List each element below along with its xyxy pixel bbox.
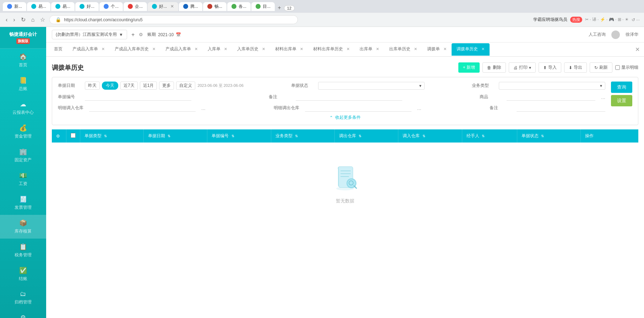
page-tab-11-close[interactable]: ✕ <box>481 47 485 51</box>
new-tab-button[interactable]: + <box>275 5 283 11</box>
browser-tab-7[interactable]: 腾... <box>179 2 202 11</box>
sidebar-item-invoice[interactable]: 🧾 发票管理 <box>0 191 46 215</box>
biz-type-filter-select[interactable]: ▾ <box>499 82 605 90</box>
detail-out-dots[interactable]: ... <box>417 105 421 111</box>
th-doc-number-sort[interactable]: ⇅ <box>231 134 234 138</box>
page-tab-7[interactable]: 材料出库单历史 ✕ <box>308 43 355 56</box>
query-button[interactable]: 查询 <box>611 82 632 93</box>
th-handler-sort[interactable]: ⇅ <box>482 134 485 138</box>
browser-tab-3[interactable]: 好... <box>75 2 99 11</box>
page-tab-8-close[interactable]: ✕ <box>376 47 379 51</box>
th-in-warehouse-sort[interactable]: ⇅ <box>422 134 425 138</box>
remark-input[interactable] <box>296 93 402 101</box>
status-filter-select[interactable]: ▾ <box>318 82 425 90</box>
new-button[interactable]: + 新增 <box>458 62 480 73</box>
browser-tab-9[interactable]: 各... <box>227 2 251 11</box>
browser-tab-0[interactable]: 新... <box>3 2 26 11</box>
bookmark-button[interactable]: ☆ <box>39 15 47 24</box>
sidebar-item-home[interactable]: 🏠 首页 <box>0 49 46 72</box>
company-selector[interactable]: (勿删勿禁用）江西服宝测试专用 ▼ <box>52 30 127 39</box>
select-all-checkbox[interactable] <box>71 133 76 138</box>
page-tab-3-close[interactable]: ✕ <box>195 47 198 51</box>
detail-in-input[interactable] <box>89 104 196 112</box>
date-today-btn[interactable]: 今天 <box>102 82 118 90</box>
page-tab-5[interactable]: 入库单历史 ✕ <box>232 43 270 56</box>
export-button[interactable]: ⬇ 导出 <box>564 62 587 73</box>
date-custom-btn[interactable]: 自定义 <box>176 82 195 90</box>
page-tab-10[interactable]: 调拨单 ✕ <box>422 43 452 56</box>
goods-dots[interactable]: ... <box>601 94 605 100</box>
collapse-button[interactable]: ⌃ 收起更多条件 <box>58 115 632 121</box>
gear-icon[interactable]: ⚙ <box>139 32 143 37</box>
sidebar-item-assets[interactable]: 🏢 固定资产 <box>0 144 46 167</box>
detail-in-dots[interactable]: ... <box>201 105 206 111</box>
tab-close-6[interactable]: ✕ <box>170 4 174 9</box>
sidebar-item-inventory[interactable]: 📦 库存核算 <box>0 215 46 239</box>
page-tab-5-close[interactable]: ✕ <box>262 47 265 51</box>
sidebar: 畅捷通好会计 旗舰版 🏠 首页 📒 总账 ☁ 云报表中心 💰 资金管理 🏢 固定… <box>0 27 46 318</box>
filter-settings-button[interactable]: 设置 <box>611 95 632 106</box>
browser-tab-10[interactable]: 目... <box>251 2 275 11</box>
browser-tab-5[interactable]: 企... <box>124 2 147 11</box>
date-1month-btn[interactable]: 近1月 <box>140 82 157 90</box>
browser-tab-2[interactable]: 易... <box>51 2 75 11</box>
sidebar-item-close[interactable]: ✅ 结账 <box>0 262 46 286</box>
th-biz-type-sort[interactable]: ⇅ <box>295 134 298 138</box>
page-tab-10-close[interactable]: ✕ <box>443 47 447 51</box>
page-tab-1[interactable]: 产成品入库单 ✕ <box>67 43 110 56</box>
display-detail-toggle[interactable]: 显示明细 <box>615 65 638 71</box>
delete-button[interactable]: 🗑 删除 <box>482 62 506 73</box>
display-detail-checkbox[interactable] <box>615 65 620 70</box>
home-button[interactable]: ⌂ <box>30 15 36 24</box>
page-tab-4-close[interactable]: ✕ <box>224 47 227 51</box>
th-doc-date-sort[interactable]: ⇅ <box>168 134 170 138</box>
page-tab-9-close[interactable]: ✕ <box>414 47 417 51</box>
sidebar-item-settings[interactable]: ⚙ 基础设置 <box>0 309 46 318</box>
th-handler: 经手人 ⇅ <box>462 129 517 143</box>
browser-tab-4[interactable]: 个... <box>99 2 123 11</box>
remark2-input[interactable] <box>517 104 605 112</box>
page-tab-8[interactable]: 出库单 ✕ <box>355 43 384 56</box>
sidebar-item-finance[interactable]: 💰 资金管理 <box>0 120 46 144</box>
th-doc-status-sort[interactable]: ⇅ <box>541 134 544 138</box>
page-tab-4[interactable]: 入库单 ✕ <box>203 43 232 56</box>
page-tab-11[interactable]: 调拨单历史 ✕ <box>452 43 490 56</box>
page-tab-2[interactable]: 产成品入库单历史 ✕ <box>110 43 160 56</box>
back-button[interactable]: ‹ <box>4 15 9 24</box>
th-doc-type-sort[interactable]: ⇅ <box>104 134 107 138</box>
page-tab-6[interactable]: 材料出库单 ✕ <box>270 43 308 56</box>
sidebar-item-archive[interactable]: 🗂 归档管理 <box>0 286 46 309</box>
browser-tab-8[interactable]: 畅... <box>203 2 227 11</box>
page-tab-2-close[interactable]: ✕ <box>152 47 155 51</box>
page-tab-1-close[interactable]: ✕ <box>102 47 105 51</box>
sidebar-item-reports[interactable]: ☁ 云报表中心 <box>0 96 46 120</box>
page-tab-9[interactable]: 出库单历史 ✕ <box>384 43 422 56</box>
add-company-button[interactable]: + <box>131 32 135 38</box>
refresh-button[interactable]: ↻ 刷新 <box>590 62 612 73</box>
calendar-icon[interactable]: 📅 <box>176 32 181 37</box>
goods-input[interactable] <box>507 93 595 101</box>
doc-number-input[interactable] <box>85 93 191 101</box>
page-tab-6-close[interactable]: ✕ <box>300 47 303 51</box>
close-all-tabs-button[interactable]: ✕ <box>634 45 641 54</box>
date-more-btn[interactable]: 更多 <box>159 82 174 90</box>
address-bar[interactable]: 🔒 https://cloud.chanjet.com/accounting/u… <box>49 15 298 24</box>
table-gear-icon[interactable]: ⚙ <box>56 134 60 139</box>
service-link[interactable]: 人工咨询 <box>589 32 606 38</box>
sidebar-item-payroll[interactable]: 💵 工资 <box>0 167 46 191</box>
reload-button[interactable]: ↻ <box>20 15 27 24</box>
forward-button[interactable]: › <box>12 15 16 24</box>
th-out-warehouse-sort[interactable]: ⇅ <box>359 134 361 138</box>
date-7days-btn[interactable]: 近7天 <box>120 82 138 90</box>
sidebar-item-tax[interactable]: 📋 税务管理 <box>0 239 46 262</box>
detail-out-input[interactable] <box>305 104 411 112</box>
page-tab-3[interactable]: 产成品入库单 ✕ <box>160 43 203 56</box>
browser-tab-1[interactable]: 易... <box>27 2 50 11</box>
print-button[interactable]: 🖨 打印 ▾ <box>509 62 536 73</box>
browser-tab-6[interactable]: 好... ✕ <box>148 2 178 11</box>
import-button[interactable]: ⬆ 导入 <box>539 62 561 73</box>
page-tab-7-close[interactable]: ✕ <box>346 47 350 51</box>
date-yesterday-btn[interactable]: 昨天 <box>85 82 100 90</box>
sidebar-item-ledger[interactable]: 📒 总账 <box>0 72 46 96</box>
page-tab-home[interactable]: 首页 <box>49 43 67 56</box>
